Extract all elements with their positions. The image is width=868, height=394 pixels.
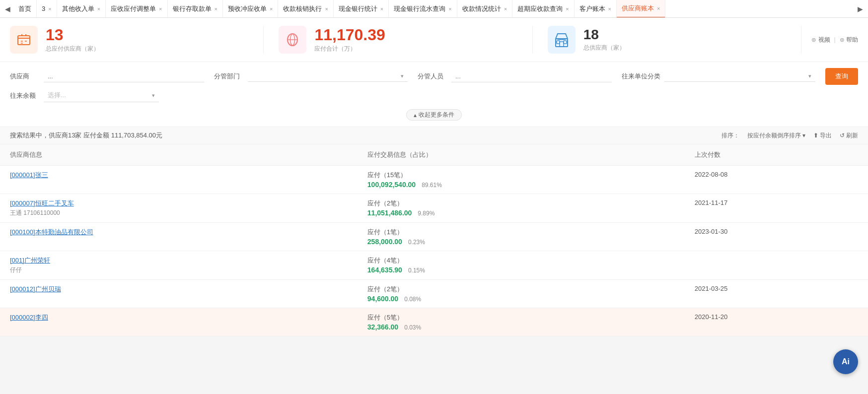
nav-tab-adjust[interactable]: 应收应付调整单×: [106, 0, 167, 18]
supplier-link[interactable]: [000007]恒旺二手叉车: [10, 199, 74, 207]
supplier-input[interactable]: [44, 70, 204, 82]
nav-tab-supbook[interactable]: 供应商账本×: [617, 0, 665, 18]
person-filter: 分管人员: [418, 70, 612, 82]
close-icon[interactable]: ×: [657, 5, 660, 11]
last-pay-cell: 2021-11-17: [685, 194, 868, 223]
table-container: 供应商信息 应付交易信息（占比） 上次付数 [000001]张三应付（15笔）1…: [0, 144, 868, 336]
payable-amount-label: 应付合计（万）: [314, 45, 517, 53]
close-icon[interactable]: ×: [97, 6, 100, 12]
last-pay-cell: 2023-01-30: [685, 223, 868, 251]
supplier-table: 供应商信息 应付交易信息（占比） 上次付数 [000001]张三应付（15笔）1…: [0, 144, 868, 336]
help-link[interactable]: ⊙ 帮助: [840, 36, 858, 44]
close-icon[interactable]: ×: [566, 6, 569, 12]
supplier-link[interactable]: [000100]本特勤油品有限公司: [10, 228, 93, 236]
payable-amount-stat: 11,170.39 应付合计（万）: [264, 26, 532, 54]
nav-tab-overdue[interactable]: 超期应收款查询×: [512, 0, 574, 18]
ap-percent: 0.15%: [408, 267, 425, 274]
close-icon[interactable]: ×: [159, 6, 162, 12]
payable-suppliers-count: 13: [46, 27, 248, 43]
close-icon[interactable]: ×: [325, 6, 328, 12]
export-button[interactable]: ⬆ 导出: [813, 131, 832, 140]
supplier-link[interactable]: [000002]李四: [10, 314, 48, 321]
refresh-icon: ↺: [840, 132, 845, 139]
dept-arrow-icon: ▾: [401, 73, 404, 79]
supplier-link[interactable]: [000012]广州贝瑞: [10, 285, 61, 293]
last-pay-cell: [685, 251, 868, 280]
supplier-link[interactable]: [000001]张三: [10, 171, 48, 179]
close-icon[interactable]: ×: [608, 6, 611, 12]
ap-info-cell: 应付（2笔）94,600.000.08%: [358, 280, 685, 308]
close-icon[interactable]: ×: [448, 6, 451, 12]
balance-arrow-icon: ▾: [152, 92, 155, 99]
supplier-label: 供应商: [10, 72, 40, 81]
nav-tab-home[interactable]: 首页: [13, 0, 37, 18]
category-select[interactable]: ▾: [664, 71, 816, 82]
supplier-icon: [10, 26, 38, 54]
nav-tab-collstat[interactable]: 收款情况统计×: [457, 0, 512, 18]
category-filter: 往来单位分类 ▾: [622, 71, 816, 82]
stats-bar: 13 总应付供应商（家） 11,170.39 应付合计（万）: [0, 18, 868, 62]
result-summary: 搜索结果中，供应商13家 应付金额 111,703,854.00元: [10, 131, 162, 140]
ap-description: 应付（15笔）: [367, 171, 675, 180]
result-bar: 搜索结果中，供应商13家 应付金额 111,703,854.00元 排序： 按应…: [0, 127, 868, 144]
ap-percent: 89.61%: [422, 182, 442, 189]
col-last-pay: 上次付数: [685, 144, 868, 166]
nav-tab-cashstat[interactable]: 现金银行统计×: [334, 0, 389, 18]
ap-percent: 0.08%: [404, 296, 421, 303]
supplier-sub-info: 仔仔: [10, 266, 348, 274]
close-icon[interactable]: ×: [215, 6, 217, 12]
total-suppliers-label: 总供应商（家）: [583, 44, 786, 52]
dept-label: 分管部门: [214, 72, 244, 81]
shop-icon: [548, 26, 576, 54]
nav-tab-income[interactable]: 其他收入单×: [57, 0, 106, 18]
nav-arrow-right[interactable]: ▶: [855, 5, 866, 13]
close-icon[interactable]: ×: [270, 6, 273, 12]
supplier-link[interactable]: [001]广州荣轩: [10, 257, 50, 264]
ap-amount: 32,366.00: [367, 323, 398, 331]
balance-label: 往来余额: [10, 91, 40, 100]
svg-rect-5: [564, 41, 567, 44]
ap-amount: 258,000.00: [367, 238, 402, 246]
supplier-info-cell: [000002]李四: [0, 308, 358, 336]
person-input[interactable]: [451, 70, 612, 82]
close-icon[interactable]: ×: [48, 6, 51, 12]
svg-rect-3: [560, 42, 564, 47]
svg-rect-0: [18, 36, 30, 45]
dept-select[interactable]: ▾: [248, 71, 408, 82]
last-pay-cell: 2020-11-20: [685, 308, 868, 336]
category-label: 往来单位分类: [622, 72, 660, 81]
payable-suppliers-label: 总应付供应商（家）: [46, 45, 248, 53]
top-nav: ◀ 首页3×其他收入单×应收应付调整单×银行存取款单×预收冲应收单×收款核销执行…: [0, 0, 868, 18]
ap-info-cell: 应付（5笔）32,366.000.03%: [358, 308, 685, 336]
ap-amount: 100,092,540.00: [367, 181, 416, 189]
nav-tab-custbook[interactable]: 客户账本×: [575, 0, 617, 18]
table-row: [000100]本特勤油品有限公司应付（1笔）258,000.000.23%20…: [0, 223, 868, 251]
filter-area: 供应商 分管部门 ▾ 分管人员 往来单位分类 ▾ 查询 往来余额 选择: [0, 62, 868, 127]
close-icon[interactable]: ×: [504, 6, 507, 12]
supplier-info-cell: [000100]本特勤油品有限公司: [0, 223, 358, 251]
supplier-info-cell: [000007]恒旺二手叉车王通 17106110000: [0, 194, 358, 223]
ap-percent: 0.23%: [408, 239, 425, 246]
nav-tab-cashflow[interactable]: 现金银行流水查询×: [389, 0, 457, 18]
nav-tab-verify[interactable]: 收款核销执行×: [278, 0, 333, 18]
balance-select[interactable]: 选择... ▾: [44, 89, 159, 102]
close-icon[interactable]: ×: [380, 6, 383, 12]
last-pay-cell: 2021-03-25: [685, 280, 868, 308]
ap-info-cell: 应付（4笔）164,635.900.15%: [358, 251, 685, 280]
sort-icon: ▾: [802, 132, 805, 139]
sort-label: 排序：: [722, 131, 739, 140]
nav-tab-prepay[interactable]: 预收冲应收单×: [223, 0, 278, 18]
collapse-button[interactable]: ▴ 收起更多条件: [406, 109, 462, 121]
sort-value[interactable]: 按应付余额倒序排序 ▾: [747, 131, 805, 140]
ap-info-cell: 应付（1笔）258,000.000.23%: [358, 223, 685, 251]
nav-tab-tab3[interactable]: 3×: [37, 0, 57, 18]
ap-amount: 11,051,486.00: [367, 209, 412, 217]
refresh-button[interactable]: ↺ 刷新: [840, 131, 858, 140]
ap-description: 应付（1笔）: [367, 228, 675, 237]
video-link[interactable]: ⊙ 视频: [811, 36, 830, 44]
query-button[interactable]: 查询: [825, 68, 858, 85]
nav-arrow-left[interactable]: ◀: [2, 5, 13, 13]
nav-tab-bank[interactable]: 银行存取款单×: [168, 0, 223, 18]
total-suppliers-count: 18: [583, 28, 786, 42]
ap-info-cell: 应付（15笔）100,092,540.0089.61%: [358, 166, 685, 194]
